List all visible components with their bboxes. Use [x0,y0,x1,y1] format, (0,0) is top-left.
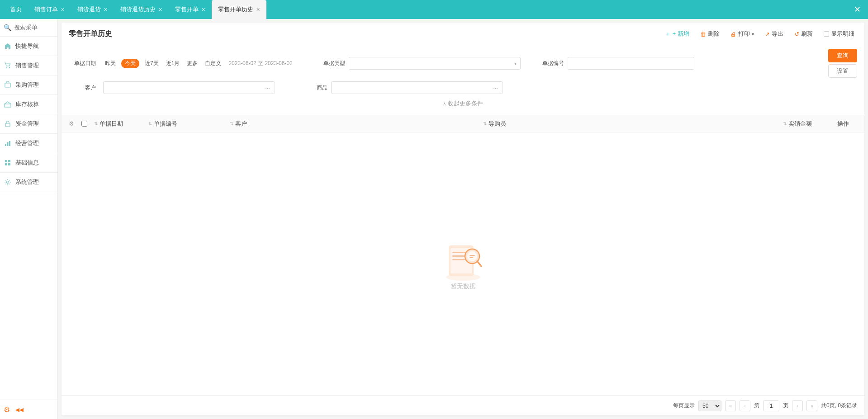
select-all-checkbox[interactable] [81,121,87,127]
sidebar-item-inventory[interactable]: 库存核算 [0,95,57,114]
sidebar-item-quick-nav[interactable]: 快捷导航 [0,37,57,56]
tab-retail-open[interactable]: 零售开单 ✕ [169,0,212,19]
svg-rect-2 [5,83,10,87]
sidebar-item-basic-info[interactable]: 基础信息 [0,153,57,173]
date-btn-yesterday[interactable]: 昨天 [103,59,118,68]
customer-label: 客户 [69,84,96,92]
type-select[interactable]: ▾ [349,57,521,70]
refresh-label: 刷新 [801,30,813,38]
th-date: ⇅ 单据日期 [90,120,145,128]
customer-dots[interactable]: ··· [263,85,272,91]
svg-rect-10 [5,163,7,165]
sidebar-item-operations[interactable]: 经营管理 [0,134,57,153]
tab-close-sales-order[interactable]: ✕ [61,7,65,13]
tab-sales-return-history[interactable]: 销货退货历史 ✕ [114,0,169,19]
date-btn-today[interactable]: 今天 [121,59,139,68]
box-icon [4,81,12,89]
tab-close-sales-return[interactable]: ✕ [104,7,108,13]
print-button[interactable]: 🖨 打印 ▾ [728,28,757,40]
sidebar-item-quick-nav-label: 快捷导航 [15,42,39,50]
page-size-select[interactable]: 50 10 20 100 [698,400,721,411]
sort-amount-icon[interactable]: ⇅ [783,121,787,126]
sidebar-bottom: ⚙ ◂◂ [0,400,57,419]
no-input[interactable] [568,57,694,70]
sidebar-item-finance[interactable]: 资金管理 [0,114,57,134]
date-range: 2023-06-02 至 2023-06-02 [228,60,292,67]
empty-state: 暂无数据 [62,132,864,395]
delete-button[interactable]: 🗑 删除 [697,28,722,40]
page-header: 零售开单历史 ＋ + 新增 🗑 删除 🖨 打印 [62,23,864,115]
query-button[interactable]: 查询 [828,49,857,62]
settings-bottom-icon[interactable]: ⚙ [4,405,10,414]
inner-content: 零售开单历史 ＋ + 新增 🗑 删除 🖨 打印 [62,23,864,415]
sidebar-item-finance-label: 资金管理 [15,120,39,128]
th-settings-icon[interactable]: ⚙ [65,120,78,127]
prev-page-btn[interactable]: ‹ [740,400,750,411]
date-label: 单据日期 [69,60,96,67]
total-info: 共0页, 0条记录 [821,402,857,410]
filter-row-1: 单据日期 昨天 今天 近7天 近1月 更多 自定义 2023-06-02 至 2… [69,49,857,78]
first-page-btn[interactable]: « [725,400,736,411]
goods-label: 商品 [300,84,327,92]
export-button[interactable]: ↗ 导出 [762,28,786,40]
svg-rect-4 [5,123,10,127]
sort-customer-icon[interactable]: ⇅ [230,121,233,126]
sidebar-search[interactable]: 🔍 搜索采单 [0,19,57,37]
date-btn-7days[interactable]: 近7天 [143,59,161,68]
export-icon: ↗ [765,31,770,38]
sort-salesperson-icon[interactable]: ⇅ [483,121,487,126]
tab-close-sales-return-history[interactable]: ✕ [158,7,162,13]
svg-rect-23 [470,257,473,258]
date-btn-1month[interactable]: 近1月 [164,59,182,68]
print-dropdown-icon: ▾ [752,32,754,37]
add-label: + 新增 [673,30,689,38]
svg-point-0 [6,67,7,68]
collapse-sidebar-icon[interactable]: ◂◂ [15,405,24,414]
date-btn-custom[interactable]: 自定义 [203,59,223,68]
sidebar-item-purchase-mgmt[interactable]: 采购管理 [0,75,57,95]
tab-sales-return[interactable]: 销货退货 ✕ [71,0,114,19]
page-label: 页 [783,402,788,410]
display-checkbox[interactable] [824,31,829,37]
svg-rect-16 [452,252,466,253]
cart-icon [4,61,12,70]
add-button[interactable]: ＋ + 新增 [662,28,692,40]
sort-no-icon[interactable]: ⇅ [148,121,152,126]
date-btn-more[interactable]: 更多 [185,59,199,68]
page-title: 零售开单历史 [69,29,112,39]
next-page-btn[interactable]: › [792,400,803,411]
svg-rect-6 [7,142,9,146]
home-icon [4,42,12,50]
sidebar-item-system[interactable]: 系统管理 [0,173,57,192]
goods-dots[interactable]: ··· [491,85,500,91]
display-detail-button[interactable]: 显示明细 [821,28,857,40]
pagination-bar: 每页显示 50 10 20 100 « ‹ 第 页 › » 共0页, 0条记录 [62,395,864,415]
settings-button[interactable]: 设置 [828,64,857,78]
th-salesperson: ⇅ 导购员 [479,120,534,128]
tab-close-retail-open-history[interactable]: ✕ [256,7,260,13]
table-header: ⚙ ⇅ 单据日期 ⇅ 单据编号 ⇅ 客户 [62,115,864,132]
tab-close-retail-open[interactable]: ✕ [201,7,205,13]
svg-rect-9 [8,160,10,162]
top-tab-bar: 首页 销售订单 ✕ 销货退货 ✕ 销货退货历史 ✕ 零售开单 ✕ 零售开单历史 … [0,0,868,19]
collapse-bar[interactable]: ∧ 收起更多条件 [69,98,857,111]
page-number-input[interactable] [763,400,779,411]
th-action: 操作 [834,120,861,128]
th-checkbox[interactable] [78,121,90,127]
sort-date-icon[interactable]: ⇅ [94,121,98,126]
delete-label: 删除 [708,30,720,38]
last-page-btn[interactable]: » [806,400,817,411]
tab-retail-open-history[interactable]: 零售开单历史 ✕ [212,0,266,19]
warehouse-icon [4,100,12,108]
th-customer-label: 客户 [235,120,247,128]
window-close-btn[interactable]: ✕ [850,3,864,16]
sidebar-item-sales-mgmt[interactable]: 销售管理 [0,56,57,75]
sidebar: 🔍 搜索采单 快捷导航 销售管理 采购管理 库存核算 [0,19,58,419]
tab-home[interactable]: 首页 [4,0,28,19]
tab-sales-order[interactable]: 销售订单 ✕ [28,0,71,19]
filter-row-2: 客户 ··· 商品 ··· [69,81,857,94]
toolbar: ＋ + 新增 🗑 删除 🖨 打印 ▾ ↗ [662,28,857,40]
refresh-button[interactable]: ↺ 刷新 [792,28,816,40]
sidebar-item-operations-label: 经营管理 [15,139,39,147]
print-label: 打印 [738,30,750,38]
